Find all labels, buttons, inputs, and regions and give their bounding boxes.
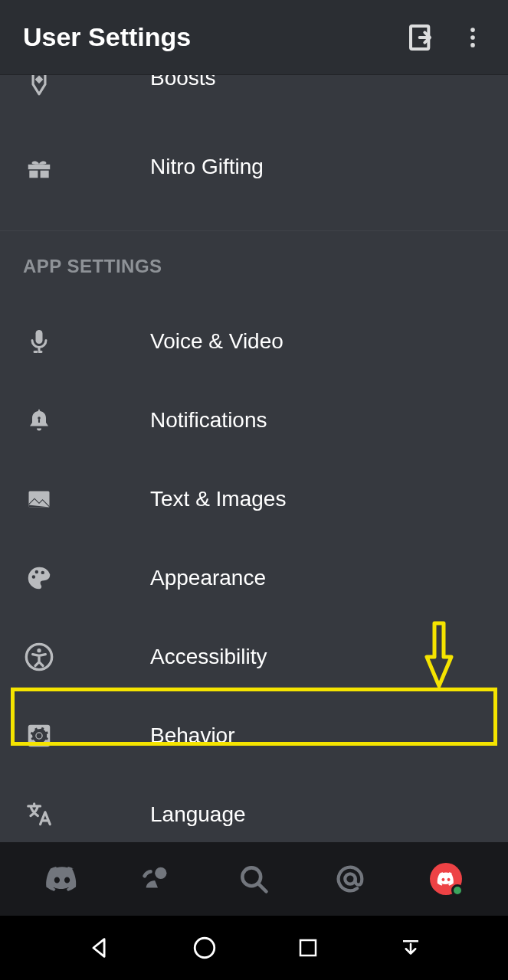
overflow-menu-button[interactable] bbox=[454, 19, 491, 56]
behavior-row[interactable]: Behavior bbox=[0, 696, 508, 775]
settings-header: User Settings bbox=[0, 0, 508, 75]
exit-icon bbox=[407, 22, 438, 53]
boost-icon bbox=[25, 75, 54, 96]
tab-mentions[interactable] bbox=[323, 851, 378, 906]
svg-line-21 bbox=[260, 884, 267, 891]
language-row[interactable]: Language bbox=[0, 775, 508, 842]
svg-rect-10 bbox=[38, 419, 40, 423]
svg-rect-5 bbox=[29, 170, 38, 178]
search-icon bbox=[237, 862, 270, 896]
svg-point-2 bbox=[470, 35, 475, 40]
notifications-label: Notifications bbox=[150, 408, 267, 433]
svg-rect-4 bbox=[28, 164, 51, 168]
text-images-label: Text & Images bbox=[150, 487, 286, 511]
settings-content[interactable]: Boosts Nitro Gifting APP SETTINGS bbox=[0, 75, 508, 842]
download-bar-icon bbox=[399, 936, 422, 959]
tab-discord[interactable] bbox=[34, 851, 90, 906]
bell-icon bbox=[25, 407, 53, 434]
accessibility-icon bbox=[24, 642, 54, 672]
svg-point-16 bbox=[37, 648, 41, 652]
accessibility-label: Accessibility bbox=[150, 645, 267, 669]
app-settings-header: APP SETTINGS bbox=[0, 231, 508, 277]
notifications-row[interactable]: Notifications bbox=[0, 381, 508, 459]
logout-button[interactable] bbox=[404, 19, 441, 56]
nitro-gifting-label: Nitro Gifting bbox=[150, 155, 264, 179]
accessibility-row[interactable]: Accessibility bbox=[0, 617, 508, 696]
sysnav-dropdown-button[interactable] bbox=[399, 936, 422, 959]
square-recents-icon bbox=[297, 936, 320, 959]
svg-point-1 bbox=[470, 28, 475, 32]
more-vertical-icon bbox=[460, 24, 486, 51]
svg-rect-6 bbox=[41, 170, 49, 178]
system-nav-bar bbox=[0, 916, 508, 980]
svg-point-9 bbox=[38, 416, 41, 420]
triangle-back-icon bbox=[86, 935, 112, 961]
tab-profile[interactable] bbox=[418, 851, 474, 906]
boosts-row[interactable]: Boosts bbox=[0, 75, 508, 127]
svg-point-12 bbox=[32, 575, 35, 578]
app-tab-bar bbox=[0, 842, 508, 916]
at-icon bbox=[333, 861, 368, 897]
svg-point-3 bbox=[470, 43, 475, 47]
translate-icon bbox=[25, 800, 54, 829]
tab-friends[interactable] bbox=[130, 851, 185, 906]
behavior-label: Behavior bbox=[150, 724, 235, 748]
svg-point-20 bbox=[243, 867, 261, 886]
sysnav-back-button[interactable] bbox=[86, 935, 112, 961]
svg-rect-7 bbox=[36, 330, 43, 344]
svg-point-18 bbox=[37, 733, 42, 738]
appearance-label: Appearance bbox=[150, 566, 266, 590]
voice-video-label: Voice & Video bbox=[150, 329, 283, 354]
gift-icon bbox=[25, 152, 54, 181]
svg-point-19 bbox=[155, 867, 166, 879]
nitro-gifting-row[interactable]: Nitro Gifting bbox=[0, 127, 508, 206]
circle-home-icon bbox=[192, 935, 218, 961]
voice-video-row[interactable]: Voice & Video bbox=[0, 302, 508, 381]
boosts-label: Boosts bbox=[150, 75, 216, 90]
microphone-icon bbox=[25, 328, 53, 355]
svg-point-23 bbox=[195, 938, 215, 958]
sysnav-recents-button[interactable] bbox=[297, 936, 320, 959]
tab-search[interactable] bbox=[226, 851, 281, 906]
status-online-icon bbox=[451, 884, 464, 897]
palette-icon bbox=[25, 564, 54, 593]
avatar bbox=[430, 863, 462, 895]
image-icon bbox=[25, 485, 53, 513]
svg-rect-24 bbox=[300, 940, 316, 956]
appearance-row[interactable]: Appearance bbox=[0, 538, 508, 617]
page-title: User Settings bbox=[23, 22, 390, 52]
language-label: Language bbox=[150, 802, 246, 827]
svg-point-13 bbox=[35, 570, 38, 573]
nitro-section: Boosts Nitro Gifting bbox=[0, 75, 508, 231]
text-images-row[interactable]: Text & Images bbox=[0, 459, 508, 538]
gear-box-icon bbox=[25, 721, 54, 750]
discord-logo-icon bbox=[44, 861, 80, 897]
svg-point-14 bbox=[41, 570, 44, 573]
sysnav-home-button[interactable] bbox=[192, 935, 218, 961]
friends-icon bbox=[140, 861, 175, 897]
